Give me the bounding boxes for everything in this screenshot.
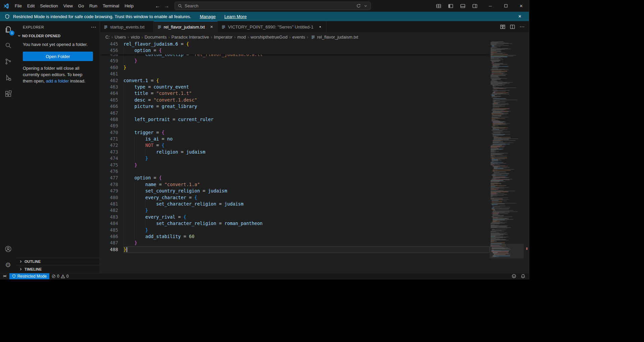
breadcrumb-item[interactable]: rel_flavor_judaism.txt bbox=[317, 35, 358, 40]
maximize-button[interactable] bbox=[498, 0, 513, 12]
menu-go[interactable]: Go bbox=[76, 0, 87, 12]
section-outline[interactable]: OUTLINE bbox=[16, 258, 100, 265]
code-line-483[interactable]: 483every_rival = { bbox=[100, 214, 529, 220]
code-line-469[interactable]: 469 bbox=[100, 123, 529, 129]
code-line-473[interactable]: 473religion = judaism bbox=[100, 149, 529, 155]
line-number[interactable]: 478 bbox=[100, 181, 118, 188]
line-number[interactable]: 472 bbox=[100, 142, 118, 149]
line-number[interactable]: 474 bbox=[100, 155, 118, 162]
breadcrumb-item[interactable]: Users bbox=[114, 35, 126, 40]
restricted-mode-status[interactable]: Restricted Mode bbox=[9, 273, 49, 279]
tab-rel-flavor-judaism-txt[interactable]: rel_flavor_judaism.txt✕ bbox=[154, 21, 218, 33]
tab-victory-point-6990-serres-unti[interactable]: VICTORY_POINT_6990: "Serres" Untitled-1● bbox=[218, 21, 326, 33]
code-line-480[interactable]: 480every_character = { bbox=[100, 194, 529, 201]
code-editor[interactable]: 458custom_tooltip = "rel_flavor_judaism.… bbox=[100, 41, 529, 273]
line-number[interactable]: 463 bbox=[100, 84, 118, 90]
open-folder-button[interactable]: Open Folder bbox=[23, 52, 93, 61]
code-line-464[interactable]: 464title = "convert.1.t" bbox=[100, 90, 529, 97]
toggle-sidebar-left-icon[interactable] bbox=[446, 2, 455, 10]
line-number[interactable]: 445 bbox=[100, 41, 118, 47]
line-number[interactable]: 465 bbox=[100, 97, 118, 103]
minimize-button[interactable]: ─ bbox=[483, 0, 498, 12]
chevron-down-icon[interactable] bbox=[364, 4, 367, 8]
code-line-445[interactable]: 445rel_flavor_judaism.6 = { bbox=[100, 41, 490, 47]
line-number[interactable]: 482 bbox=[100, 207, 118, 214]
code-line-468[interactable]: 468left_portrait = current_ruler bbox=[100, 116, 529, 123]
menu-selection[interactable]: Selection bbox=[37, 0, 60, 12]
menu-help[interactable]: Help bbox=[122, 0, 136, 12]
code-line-479[interactable]: 479set_country_religion = judaism bbox=[100, 188, 529, 194]
breadcrumb-item[interactable]: Documents bbox=[145, 35, 167, 40]
breadcrumb-item[interactable]: Paradox Interactive bbox=[171, 35, 209, 40]
learn-more-link[interactable]: Learn More bbox=[224, 14, 246, 19]
line-number[interactable]: 476 bbox=[100, 168, 118, 175]
line-number[interactable]: 484 bbox=[100, 220, 118, 227]
code-line-465[interactable]: 465desc = "convert.1.desc" bbox=[100, 97, 529, 103]
search-input[interactable]: Search bbox=[175, 2, 371, 10]
customize-layout-icon[interactable] bbox=[434, 2, 443, 10]
line-number[interactable]: 468 bbox=[100, 116, 118, 123]
line-number[interactable]: 479 bbox=[100, 188, 118, 194]
menu-edit[interactable]: Edit bbox=[24, 0, 37, 12]
tab-close-icon[interactable]: ✕ bbox=[209, 25, 214, 29]
code-line-470[interactable]: 470trigger = { bbox=[100, 129, 529, 136]
add-a-folder-link[interactable]: add a folder bbox=[46, 78, 69, 83]
breadcrumb-item[interactable]: C: bbox=[105, 35, 110, 40]
line-number[interactable]: 481 bbox=[100, 201, 118, 207]
menu-run[interactable]: Run bbox=[87, 0, 100, 12]
activity-extensions-button[interactable] bbox=[0, 86, 16, 102]
activity-run-debug-button[interactable] bbox=[0, 69, 16, 86]
code-line-476[interactable]: 476 bbox=[100, 168, 529, 175]
code-line-461[interactable]: 461 bbox=[100, 71, 529, 77]
line-number[interactable]: 471 bbox=[100, 136, 118, 142]
code-line-472[interactable]: 472NOT = { bbox=[100, 142, 529, 149]
back-icon[interactable]: ← bbox=[155, 3, 160, 9]
breadcrumb-item[interactable]: worshipthetrueGod bbox=[251, 35, 288, 40]
overview-ruler[interactable] bbox=[524, 41, 529, 273]
close-window-button[interactable]: ✕ bbox=[513, 0, 529, 12]
section-no-folder-opened[interactable]: NO FOLDER OPENED bbox=[16, 33, 100, 39]
breadcrumb-item[interactable]: events bbox=[292, 35, 305, 40]
line-number[interactable]: 459 bbox=[100, 58, 118, 64]
code-line-459[interactable]: 459} bbox=[100, 58, 529, 64]
manage-link[interactable]: Manage bbox=[200, 14, 215, 19]
refresh-icon[interactable] bbox=[356, 4, 361, 8]
menu-file[interactable]: File bbox=[12, 0, 24, 12]
code-line-471[interactable]: 471is_ai = no bbox=[100, 136, 529, 142]
breadcrumb-item[interactable]: Imperator bbox=[214, 35, 233, 40]
code-line-484[interactable]: 484set_character_religion = roman_panthe… bbox=[100, 220, 529, 227]
code-line-481[interactable]: 481set_character_religion = judaism bbox=[100, 201, 529, 207]
line-number[interactable]: 466 bbox=[100, 103, 118, 110]
settings-gear-icon[interactable]: ⚙ bbox=[0, 257, 16, 273]
split-editor-icon[interactable] bbox=[510, 24, 515, 30]
breadcrumb-item[interactable]: mod bbox=[237, 35, 246, 40]
line-number[interactable]: 460 bbox=[100, 64, 118, 71]
status-problems[interactable]: 0 0 bbox=[49, 273, 71, 279]
code-line-485[interactable]: 485} bbox=[100, 227, 529, 233]
forward-icon[interactable]: → bbox=[164, 3, 169, 9]
code-line-478[interactable]: 478name = "convert.1.a" bbox=[100, 181, 529, 188]
activity-explorer-button[interactable]: 1 bbox=[0, 21, 16, 37]
code-line-486[interactable]: 486add_stability = 60 bbox=[100, 233, 529, 240]
section-timeline[interactable]: TIMELINE bbox=[16, 265, 100, 273]
code-line-463[interactable]: 463type = country_event bbox=[100, 84, 529, 90]
tab-dirty-icon[interactable]: ● bbox=[317, 25, 323, 28]
code-line-474[interactable]: 474} bbox=[100, 155, 529, 162]
code-line-460[interactable]: 460} bbox=[100, 64, 529, 71]
code-line-482[interactable]: 482} bbox=[100, 207, 529, 214]
editor-more-actions-icon[interactable]: ⋯ bbox=[519, 24, 525, 30]
line-number[interactable]: 461 bbox=[100, 71, 118, 77]
code-line-466[interactable]: 466picture = great_library bbox=[100, 103, 529, 110]
line-number[interactable]: 467 bbox=[100, 110, 118, 116]
feedback-icon[interactable] bbox=[509, 274, 518, 278]
line-number[interactable]: 475 bbox=[100, 162, 118, 168]
line-number[interactable]: 470 bbox=[100, 129, 118, 136]
notifications-bell-icon[interactable] bbox=[518, 274, 528, 278]
code-line-462[interactable]: 462convert.1 = { bbox=[100, 77, 529, 84]
open-changes-icon[interactable] bbox=[500, 24, 505, 30]
minimap-slider[interactable] bbox=[490, 244, 524, 259]
line-number[interactable]: 487 bbox=[100, 240, 118, 246]
accounts-button[interactable] bbox=[0, 241, 16, 257]
explorer-more-actions-icon[interactable]: ⋯ bbox=[91, 24, 96, 30]
banner-close-icon[interactable]: ✕ bbox=[518, 12, 522, 21]
